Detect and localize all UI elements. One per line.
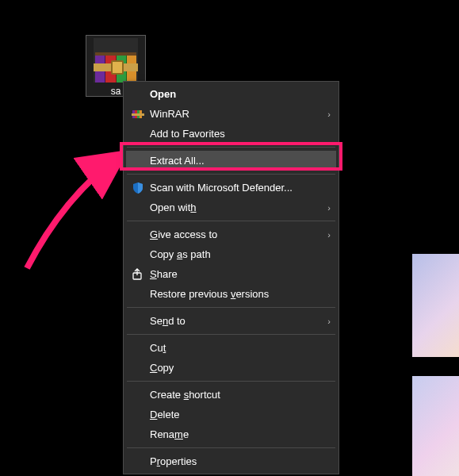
- background-window-2: [412, 376, 459, 476]
- menu-label: Delete: [150, 409, 322, 420]
- menu-item-extract-all[interactable]: Extract All...: [126, 151, 336, 171]
- shield-icon: [126, 182, 150, 194]
- menu-item-give-access-to[interactable]: Give access to ›: [126, 225, 336, 244]
- menu-label: Extract All...: [150, 155, 322, 167]
- menu-label: Restore previous versions: [150, 288, 322, 300]
- submenu-arrow-icon: ›: [322, 230, 336, 240]
- menu-item-send-to[interactable]: Send to ›: [126, 311, 336, 331]
- menu-item-add-to-favorites[interactable]: Add to Favorites: [126, 124, 336, 144]
- context-menu: Open WinRAR › Add to Favorites Extract A…: [123, 81, 339, 474]
- winrar-archive-icon: [94, 38, 138, 83]
- menu-item-restore-versions[interactable]: Restore previous versions: [126, 284, 336, 304]
- menu-label: Give access to: [150, 228, 322, 240]
- menu-label: Properties: [150, 455, 322, 467]
- menu-item-open[interactable]: Open: [126, 84, 336, 104]
- menu-separator: [127, 174, 335, 175]
- menu-label: Share: [150, 268, 322, 280]
- submenu-arrow-icon: ›: [322, 317, 336, 326]
- menu-label: Open: [150, 88, 322, 100]
- menu-label: Copy: [150, 362, 322, 374]
- menu-item-scan-defender[interactable]: Scan with Microsoft Defender...: [126, 178, 336, 198]
- menu-separator: [127, 221, 335, 221]
- menu-item-rename[interactable]: Rename: [126, 424, 336, 444]
- menu-item-copy-as-path[interactable]: Copy as path: [126, 244, 336, 264]
- menu-label: Open with: [150, 202, 322, 213]
- menu-label: WinRAR: [150, 108, 322, 120]
- menu-item-create-shortcut[interactable]: Create shortcut: [126, 385, 336, 405]
- menu-item-share[interactable]: Share: [126, 264, 336, 284]
- menu-label: Create shortcut: [150, 389, 322, 401]
- menu-label: Copy as path: [150, 248, 322, 260]
- submenu-arrow-icon: ›: [322, 109, 336, 119]
- share-icon: [126, 268, 150, 281]
- menu-item-copy[interactable]: Copy: [126, 358, 336, 378]
- winrar-icon: [126, 108, 150, 121]
- menu-separator: [127, 334, 335, 335]
- menu-item-winrar[interactable]: WinRAR ›: [126, 104, 336, 124]
- menu-separator: [127, 147, 335, 148]
- menu-item-properties[interactable]: Properties: [126, 451, 336, 471]
- menu-item-open-with[interactable]: Open with ›: [126, 198, 336, 217]
- menu-separator: [127, 307, 335, 308]
- annotation-arrow: [19, 143, 138, 278]
- menu-label: Add to Favorites: [150, 128, 322, 140]
- menu-separator: [127, 447, 335, 448]
- menu-separator: [127, 381, 335, 382]
- menu-item-cut[interactable]: Cut: [126, 338, 336, 358]
- menu-label: Rename: [150, 428, 322, 440]
- menu-label: Send to: [150, 315, 322, 327]
- background-window-1: [412, 254, 459, 357]
- menu-item-delete[interactable]: Delete: [126, 405, 336, 424]
- submenu-arrow-icon: ›: [322, 203, 336, 213]
- menu-label: Scan with Microsoft Defender...: [150, 182, 322, 194]
- menu-label: Cut: [150, 342, 322, 354]
- svg-rect-4: [132, 113, 144, 116]
